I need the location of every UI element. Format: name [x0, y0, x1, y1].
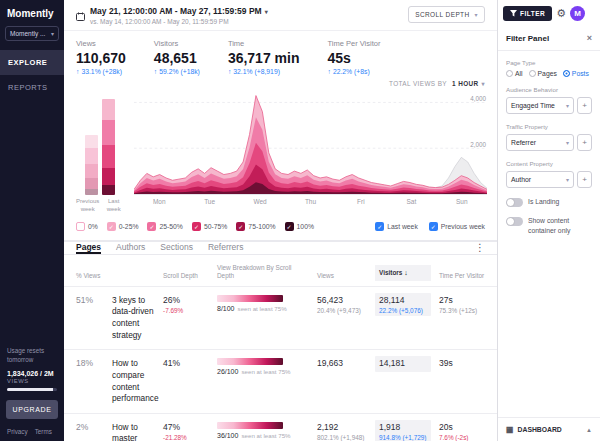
views-cell: 56,423 20.4% (+9,473) — [317, 295, 367, 314]
column-header-scroll-depth[interactable]: Scroll Depth — [163, 272, 209, 281]
date-range-selector[interactable]: May 21, 12:00:00 AM - May 27, 11:59:59 P… — [90, 6, 268, 16]
previous-week-stacked-bar — [85, 135, 98, 195]
kebab-menu-icon[interactable]: ⋮ — [475, 242, 485, 253]
area-chart-column: 4,000 2,000 MonTueWedThuFriSatSun — [134, 91, 487, 214]
sidebar-item-explore[interactable]: EXPLORE — [0, 50, 64, 75]
last-week-bar-label: Last week — [103, 198, 124, 214]
bucket-checkbox[interactable]: ✓ — [192, 222, 201, 231]
scroll-depth-gradient-bar — [217, 422, 283, 429]
table-row[interactable]: 2% How to master content segmentation wi… — [64, 413, 497, 441]
views-cell: 19,663 — [317, 358, 367, 370]
bucket-checkbox[interactable]: ✓ — [236, 222, 245, 231]
select-value: Referrer — [511, 139, 536, 146]
checkbox-checked-icon[interactable] — [429, 222, 438, 231]
legend-bucket-1[interactable]: ✓ 0-25% — [107, 222, 139, 231]
area-chart[interactable]: 4,000 2,000 — [134, 91, 487, 195]
x-axis-label: Sat — [386, 198, 436, 205]
last-week-checkbox[interactable]: Last week — [375, 222, 418, 231]
bucket-checkbox[interactable]: ✓ — [285, 222, 294, 231]
chevron-down-icon: ▾ — [265, 8, 268, 15]
usage-progress-bar — [7, 388, 57, 391]
bucket-label: 0% — [88, 223, 98, 230]
audience-behavior-select[interactable]: Engaged Time ▾ — [506, 97, 574, 114]
metric-label: Visitors — [154, 39, 200, 48]
page-type-section: Page Type All Pages Posts — [506, 59, 592, 77]
tab-sections[interactable]: Sections — [160, 242, 193, 254]
audience-behavior-section: Audience Behavior Engaged Time ▾ + — [506, 86, 592, 114]
metric-value: 48,651 — [154, 50, 200, 66]
column-header-time-per-visitor[interactable]: Time Per Visitor — [439, 272, 487, 281]
y-axis-tick: 4,000 — [469, 95, 487, 102]
table-row[interactable]: 51% 3 keys to data-driven content strate… — [64, 286, 497, 349]
visitors-value: 28,114 — [379, 295, 427, 305]
ratio-value: 36/100 — [217, 432, 238, 439]
view-breakdown-cell: 36/100seen at least 75% — [217, 422, 309, 439]
up-arrow-icon: ↑ — [228, 68, 231, 75]
time-delta: 7.6% (-2s) — [439, 434, 487, 441]
dashboard-bar[interactable]: ▦ DASHBOARD ▲ — [498, 417, 600, 441]
sidebar-item-reports[interactable]: REPORTS — [0, 75, 64, 100]
radio-pages[interactable]: Pages — [529, 70, 557, 77]
table-row[interactable]: 18% How to compare content performance 4… — [64, 349, 497, 412]
column-header-pct-views[interactable]: % Views — [76, 272, 104, 281]
workspace-selector[interactable]: Momently ... ▾ — [5, 26, 59, 41]
ratio-note: seen at least 75% — [241, 368, 290, 375]
x-axis-label: Mon — [134, 198, 184, 205]
add-content-filter-button[interactable]: + — [577, 171, 592, 188]
traffic-property-select[interactable]: Referrer ▾ — [506, 134, 574, 151]
upgrade-button[interactable]: UPGRADE — [6, 400, 58, 419]
page-title-link[interactable]: How to compare content performance — [112, 358, 155, 404]
scroll-depth-cell: 47% -21.28% — [163, 422, 209, 441]
views-value: 2,192 — [317, 422, 367, 432]
previous-week-checkbox[interactable]: Previous week — [429, 222, 485, 231]
content-property-select[interactable]: Author ▾ — [506, 171, 574, 188]
legend-bucket-4[interactable]: ✓ 75-100% — [236, 222, 275, 231]
tab-pages[interactable]: Pages — [76, 242, 101, 254]
x-axis-label: Sun — [437, 198, 487, 205]
views-value: 19,663 — [317, 358, 367, 368]
pct-views-cell: 18% — [76, 358, 104, 368]
legend-bucket-0[interactable]: 0% — [76, 222, 98, 231]
tab-authors[interactable]: Authors — [116, 242, 145, 254]
avatar[interactable]: M — [570, 6, 585, 21]
interval-select[interactable]: 1 HOUR ▾ — [452, 80, 485, 87]
metric-select[interactable]: SCROLL DEPTH ▾ — [408, 6, 485, 23]
column-header-views[interactable]: Views — [317, 272, 367, 281]
up-arrow-icon: ↑ — [154, 68, 157, 75]
ratio-note: seen at least 75% — [241, 432, 290, 439]
calendar-icon — [76, 7, 85, 25]
page-title-link[interactable]: 3 keys to data-driven content strategy — [112, 295, 155, 341]
toggle-label: Is Landing — [528, 197, 559, 207]
week-label: Last week — [387, 223, 418, 230]
radio-icon — [506, 70, 513, 77]
legend-bucket-3[interactable]: ✓ 50-75% — [192, 222, 227, 231]
select-value: Engaged Time — [511, 102, 555, 109]
radio-posts[interactable]: Posts — [563, 70, 589, 77]
week-label: Previous week — [441, 223, 485, 230]
content-container-toggle[interactable] — [506, 217, 523, 226]
ratio-note: seen at least 75% — [238, 305, 287, 312]
close-icon[interactable]: × — [587, 33, 592, 43]
terms-link[interactable]: Terms — [35, 428, 52, 435]
tab-referrers[interactable]: Referrers — [208, 242, 243, 254]
filter-button-label: FILTER — [520, 10, 545, 17]
bucket-checkbox[interactable]: ✓ — [107, 222, 116, 231]
legend-bucket-2[interactable]: ✓ 25-50% — [147, 222, 182, 231]
privacy-link[interactable]: Privacy — [7, 428, 28, 435]
bucket-checkbox[interactable] — [76, 222, 85, 231]
legend-bucket-5[interactable]: ✓ 100% — [285, 222, 314, 231]
filter-button[interactable]: FILTER — [503, 6, 552, 21]
radio-all[interactable]: All — [506, 70, 523, 77]
bucket-checkbox[interactable]: ✓ — [147, 222, 156, 231]
page-title-link[interactable]: How to master content segmentation with … — [112, 422, 155, 441]
chart-header-label: TOTAL VIEWS BY — [389, 80, 447, 87]
chevron-down-icon: ▾ — [566, 176, 569, 183]
add-audience-filter-button[interactable]: + — [577, 97, 592, 114]
add-traffic-filter-button[interactable]: + — [577, 134, 592, 151]
gear-icon[interactable]: ⚙ — [556, 8, 566, 19]
is-landing-toggle[interactable] — [506, 198, 523, 207]
checkbox-checked-icon[interactable] — [375, 222, 384, 231]
column-header-visitors[interactable]: Visitors ↓ — [375, 265, 431, 280]
column-header-view-breakdown[interactable]: View Breakdown By Scroll Depth — [217, 264, 309, 281]
y-axis-tick: 2,000 — [469, 141, 487, 148]
